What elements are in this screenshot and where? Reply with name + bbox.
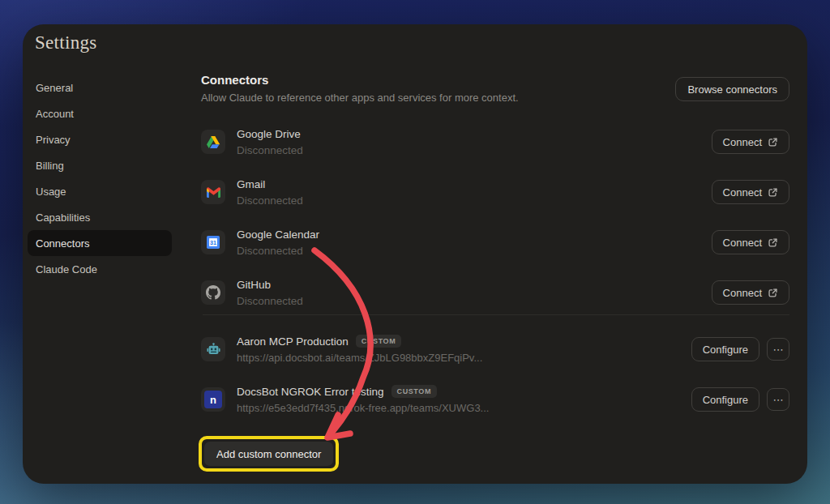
connect-label: Connect: [723, 237, 762, 249]
connector-row: 31 Google Calendar Disconnected Connect: [201, 224, 789, 261]
connector-url: https://api.docsbot.ai/teams/ZJbLG98bbxZ…: [237, 352, 691, 364]
add-custom-connector-label: Add custom connector: [216, 448, 321, 460]
annotation-highlight-box: Add custom connector: [199, 436, 339, 472]
sidebar-item[interactable]: Connectors: [28, 230, 172, 256]
sidebar-item-label: Connectors: [36, 237, 89, 250]
sidebar-item-label: Billing: [36, 160, 64, 172]
gmail-icon: [201, 180, 225, 204]
svg-text:n: n: [210, 394, 216, 406]
sidebar-item-label: Capabilities: [36, 211, 90, 224]
connector-name: Google Calendar: [237, 229, 712, 241]
sidebar-item-label: Privacy: [36, 134, 71, 146]
connector-row: GitHub Disconnected Connect: [201, 274, 789, 311]
more-options-button[interactable]: ⋯: [767, 338, 789, 361]
sidebar-item-label: General: [36, 82, 73, 94]
connector-status: Disconnected: [237, 194, 712, 207]
page-title: Settings: [35, 32, 97, 53]
custom-connector-list: Aaron MCP Production CUSTOM https://api.…: [201, 331, 789, 431]
custom-badge: CUSTOM: [391, 385, 437, 398]
connector-row: Gmail Disconnected Connect: [201, 173, 789, 211]
sidebar-item-label: Account: [36, 108, 74, 120]
google-drive-icon: [201, 130, 225, 154]
custom-connector-row: Aaron MCP Production CUSTOM https://api.…: [201, 331, 789, 368]
connector-name: DocsBot NGROK Error testing: [237, 386, 384, 398]
sidebar-item[interactable]: Usage: [28, 178, 172, 204]
connector-list: Google Drive Disconnected Connect Gmail …: [201, 123, 789, 324]
external-link-icon: [768, 137, 778, 147]
robot-icon: [201, 337, 225, 361]
browse-connectors-label: Browse connectors: [687, 83, 777, 96]
section-description: Allow Claude to reference other apps and…: [201, 92, 519, 104]
connect-label: Connect: [723, 186, 762, 199]
connectors-main: Connectors Allow Claude to reference oth…: [201, 24, 789, 484]
sidebar-item[interactable]: Billing: [28, 152, 172, 178]
connect-button[interactable]: Connect: [712, 180, 789, 204]
configure-label: Configure: [703, 344, 748, 356]
connector-name: Gmail: [237, 178, 712, 190]
custom-connector-row: n DocsBot NGROK Error testing CUSTOM htt…: [201, 381, 789, 418]
configure-label: Configure: [703, 394, 748, 406]
sidebar-item-label: Usage: [36, 186, 66, 198]
connector-name: GitHub: [237, 279, 712, 291]
ellipsis-icon: ⋯: [773, 395, 784, 405]
external-link-icon: [768, 187, 778, 198]
connector-status: Disconnected: [237, 144, 712, 156]
google-calendar-icon: 31: [201, 230, 225, 254]
connector-row: Google Drive Disconnected Connect: [201, 123, 789, 160]
settings-sidebar: General Account Privacy Billing Usage Ca…: [28, 75, 172, 282]
ngrok-n-icon: n: [201, 387, 225, 412]
external-link-icon: [768, 237, 778, 248]
ellipsis-icon: ⋯: [773, 344, 784, 355]
connect-button[interactable]: Connect: [712, 280, 789, 305]
external-link-icon: [768, 288, 778, 298]
more-options-button[interactable]: ⋯: [767, 388, 789, 411]
connector-url: https://e5e3edd7f435.ngrok-free.app/team…: [237, 402, 691, 414]
sidebar-item[interactable]: Account: [28, 100, 172, 126]
browse-connectors-button[interactable]: Browse connectors: [675, 77, 789, 101]
custom-badge: CUSTOM: [356, 335, 401, 348]
sidebar-item[interactable]: Capabilities: [28, 204, 172, 230]
sidebar-item[interactable]: Privacy: [28, 126, 172, 152]
svg-text:31: 31: [210, 240, 216, 246]
list-divider: [203, 314, 789, 315]
settings-panel: Settings General Account Privacy Billing…: [23, 24, 807, 484]
configure-button[interactable]: Configure: [691, 337, 759, 361]
connector-name: Google Drive: [237, 128, 712, 140]
configure-button[interactable]: Configure: [691, 387, 759, 412]
sidebar-item[interactable]: General: [28, 75, 172, 100]
github-icon: [201, 280, 225, 305]
connector-name: Aaron MCP Production: [237, 335, 349, 348]
sidebar-item-label: Claude Code: [36, 263, 97, 275]
sidebar-item[interactable]: Claude Code: [28, 256, 172, 282]
connect-button[interactable]: Connect: [712, 230, 789, 254]
add-custom-connector-button[interactable]: Add custom connector: [204, 442, 333, 466]
connect-label: Connect: [723, 287, 762, 299]
connect-label: Connect: [723, 136, 762, 148]
connector-status: Disconnected: [237, 245, 712, 257]
connector-status: Disconnected: [237, 295, 712, 307]
section-heading: Connectors: [201, 73, 268, 87]
connect-button[interactable]: Connect: [712, 130, 789, 154]
